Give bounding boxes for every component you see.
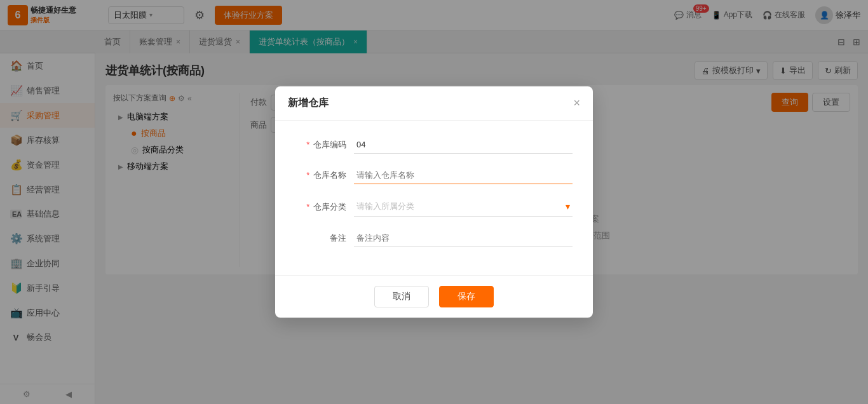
modal-footer: 取消 保存 (275, 275, 593, 318)
form-row-name: * 仓库名称 (295, 166, 573, 184)
new-warehouse-modal: 新增仓库 × * 仓库编码 * 仓库名称 (275, 86, 593, 318)
modal-close-button[interactable]: × (573, 97, 580, 110)
code-label: * 仓库编码 (295, 139, 346, 151)
code-required: * (306, 140, 309, 149)
remark-label: 备注 (295, 232, 346, 244)
category-label: * 仓库分类 (295, 201, 346, 213)
category-placeholder: 请输入所属分类 (356, 201, 414, 212)
name-required: * (306, 170, 309, 180)
cancel-button[interactable]: 取消 (374, 286, 429, 307)
modal-body: * 仓库编码 * 仓库名称 * 仓库分类 请输入所属 (275, 121, 593, 275)
remark-input[interactable] (354, 229, 573, 247)
name-label: * 仓库名称 (295, 170, 346, 181)
category-arrow: ▾ (566, 201, 570, 212)
form-row-code: * 仓库编码 (295, 136, 573, 154)
modal-overlay: 新增仓库 × * 仓库编码 * 仓库名称 (0, 0, 868, 404)
category-required: * (306, 202, 309, 212)
category-select[interactable]: 请输入所属分类 ▾ (354, 197, 573, 217)
modal-title: 新增仓库 (288, 97, 329, 110)
modal-header: 新增仓库 × (275, 86, 593, 121)
name-input[interactable] (354, 166, 573, 184)
code-input[interactable] (354, 136, 573, 154)
save-button[interactable]: 保存 (439, 286, 494, 307)
form-row-remark: 备注 (295, 229, 573, 247)
form-row-category: * 仓库分类 请输入所属分类 ▾ (295, 197, 573, 217)
